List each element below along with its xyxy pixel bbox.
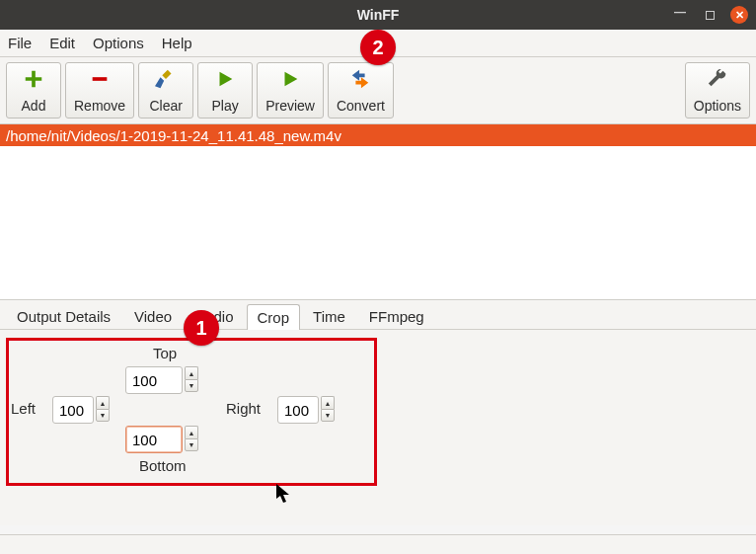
crop-top-label: Top — [153, 345, 177, 361]
window-controls: — ✕ — [671, 6, 748, 24]
options-button[interactable]: Options — [685, 62, 750, 119]
menu-options[interactable]: Options — [93, 35, 144, 51]
maximize-button[interactable] — [701, 6, 718, 24]
tab-video[interactable]: Video — [123, 303, 183, 329]
remove-label: Remove — [74, 98, 125, 114]
remove-button[interactable]: Remove — [65, 62, 134, 119]
file-path: /home/nit/Videos/1-2019-11-24_11.41.48_n… — [6, 127, 341, 144]
minus-icon — [89, 68, 111, 94]
options-label: Options — [694, 98, 741, 114]
menu-file[interactable]: File — [8, 35, 32, 51]
add-label: Add — [22, 98, 46, 114]
broom-icon — [155, 68, 177, 94]
crop-bottom-down[interactable]: ▼ — [185, 438, 198, 451]
preview-button[interactable]: Preview — [257, 62, 324, 119]
tab-crop[interactable]: Crop — [247, 304, 301, 330]
crop-right-up[interactable]: ▲ — [321, 396, 335, 409]
convert-button[interactable]: Convert — [328, 62, 394, 119]
statusbar — [0, 534, 756, 554]
titlebar: WinFF — ✕ — [0, 0, 756, 30]
minimize-button[interactable]: — — [671, 3, 689, 21]
wrench-icon — [707, 68, 728, 94]
toolbar: Add Remove Clear Play Preview Convert Op… — [0, 57, 756, 124]
tab-time[interactable]: Time — [302, 303, 356, 329]
arrows-icon — [349, 68, 371, 94]
file-list-area[interactable] — [0, 146, 756, 300]
crop-left-down[interactable]: ▼ — [96, 409, 110, 422]
preview-icon — [279, 68, 301, 94]
tab-content-crop: Top ▲▼ Left ▲▼ Right ▲▼ ▲▼ Bottom — [0, 330, 756, 525]
toolbar-spacer — [398, 62, 681, 119]
crop-highlight: Top ▲▼ Left ▲▼ Right ▲▼ ▲▼ Bottom — [6, 338, 377, 486]
clear-label: Clear — [149, 98, 182, 114]
crop-left-up[interactable]: ▲ — [96, 396, 110, 409]
crop-right-down[interactable]: ▼ — [321, 409, 335, 422]
crop-top-input[interactable] — [125, 366, 183, 394]
tab-ffmpeg[interactable]: FFmpeg — [358, 303, 435, 329]
plus-icon — [23, 68, 44, 94]
convert-label: Convert — [337, 98, 385, 114]
crop-bottom-up[interactable]: ▲ — [185, 426, 198, 438]
cursor-icon — [276, 484, 290, 504]
annotation-badge-1: 1 — [184, 310, 219, 346]
app-title: WinFF — [357, 7, 400, 23]
crop-left-input[interactable] — [52, 396, 94, 424]
close-button[interactable]: ✕ — [730, 6, 748, 24]
annotation-badge-2: 2 — [360, 30, 396, 65]
add-button[interactable]: Add — [6, 62, 61, 119]
crop-top-up[interactable]: ▲ — [185, 366, 198, 379]
crop-right-input[interactable] — [277, 396, 319, 424]
play-label: Play — [212, 98, 239, 114]
menu-edit[interactable]: Edit — [49, 35, 75, 51]
play-button[interactable]: Play — [197, 62, 253, 119]
play-icon — [214, 68, 236, 94]
tab-output-details[interactable]: Output Details — [6, 303, 121, 329]
file-row-selected[interactable]: /home/nit/Videos/1-2019-11-24_11.41.48_n… — [0, 124, 756, 146]
crop-left-label: Left — [11, 400, 36, 417]
crop-bottom-input[interactable] — [125, 426, 183, 453]
menu-help[interactable]: Help — [162, 35, 192, 51]
svg-rect-0 — [93, 77, 108, 81]
clear-button[interactable]: Clear — [138, 62, 193, 119]
preview-label: Preview — [265, 98, 315, 114]
crop-right-label: Right — [226, 400, 261, 417]
tabstrip: Output Details Video Audio Crop Time FFm… — [0, 300, 756, 330]
crop-bottom-label: Bottom — [139, 457, 187, 474]
crop-top-down[interactable]: ▼ — [185, 379, 198, 392]
